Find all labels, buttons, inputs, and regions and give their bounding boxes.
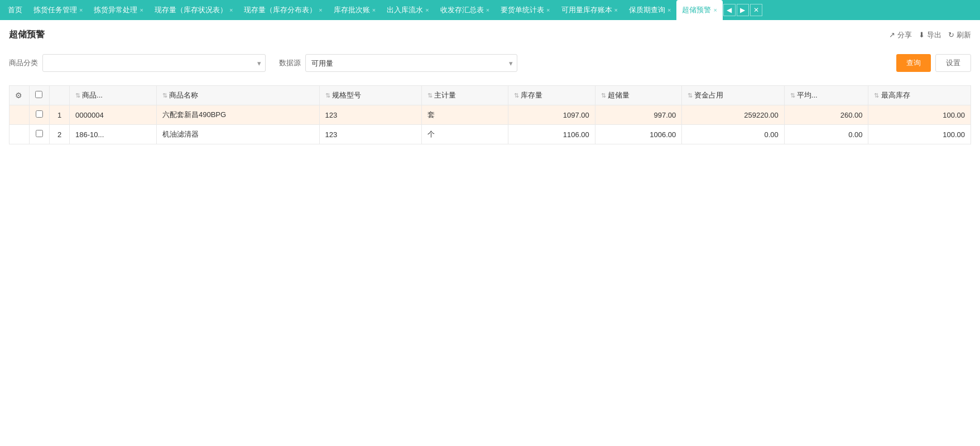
row1-capital: 259220.00 bbox=[682, 105, 784, 125]
export-icon: ⬇ bbox=[919, 31, 925, 39]
close-tab-available-stock[interactable]: × bbox=[614, 7, 618, 13]
top-nav: 首页 拣货任务管理 × 拣货异常处理 × 现存量（库存状况表） × 现存量（库存… bbox=[0, 0, 980, 20]
row2-checkbox-cell bbox=[30, 125, 50, 144]
close-tab-stock-batch[interactable]: × bbox=[372, 7, 376, 13]
row2-stock: 1106.00 bbox=[508, 125, 595, 144]
data-table: ⚙ 商品... 商品名称 规格型号 主计量 bbox=[9, 85, 971, 144]
nav-tab-stock-batch[interactable]: 库存批次账 × bbox=[328, 0, 381, 20]
header-actions: ↗ 分享 ⬇ 导出 ↻ 刷新 bbox=[889, 30, 971, 40]
row2-index: 2 bbox=[50, 125, 70, 144]
nav-tab-overstock-warning[interactable]: 超储预警 × bbox=[676, 0, 722, 20]
row1-checkbox-cell bbox=[30, 105, 50, 125]
row1-stock: 1097.00 bbox=[508, 105, 595, 125]
row2-avg: 0.00 bbox=[784, 125, 868, 144]
th-spec[interactable]: 规格型号 bbox=[319, 86, 421, 105]
nav-tab-home[interactable]: 首页 bbox=[2, 0, 28, 20]
close-tab-overstock-warning[interactable]: × bbox=[713, 7, 717, 13]
nav-tab-available-stock[interactable]: 可用量库存账本 × bbox=[556, 0, 623, 20]
close-tab-quality-check[interactable]: × bbox=[667, 7, 671, 13]
category-filter: 商品分类 bbox=[9, 54, 266, 72]
row1-checkbox[interactable] bbox=[36, 110, 43, 118]
row2-product-code: 186-10... bbox=[70, 125, 157, 144]
query-button[interactable]: 查询 bbox=[896, 54, 931, 72]
th-index bbox=[50, 86, 70, 105]
row1-settings-cell bbox=[9, 105, 30, 125]
row1-overstock: 997.00 bbox=[595, 105, 681, 125]
close-tab-order-stats[interactable]: × bbox=[546, 7, 550, 13]
row2-max-stock: 100.00 bbox=[868, 125, 971, 144]
select-all-checkbox[interactable] bbox=[35, 91, 42, 98]
th-avg[interactable]: 平均... bbox=[784, 86, 868, 105]
row2-capital: 0.00 bbox=[682, 125, 784, 144]
row2-overstock: 1006.00 bbox=[595, 125, 681, 144]
row1-avg: 260.00 bbox=[784, 105, 868, 125]
refresh-button[interactable]: ↻ 刷新 bbox=[948, 30, 971, 40]
table-row: 1 0000004 六配套新昌490BPG 123 套 1097.00 997.… bbox=[9, 105, 971, 125]
nav-arrow-right[interactable]: ▶ bbox=[737, 4, 749, 16]
nav-arrow-close[interactable]: ✕ bbox=[750, 4, 762, 16]
th-settings: ⚙ bbox=[9, 86, 30, 105]
share-icon: ↗ bbox=[889, 31, 895, 39]
nav-tab-stock-dist[interactable]: 现存量（库存分布表） × bbox=[238, 0, 328, 20]
table-body: 1 0000004 六配套新昌490BPG 123 套 1097.00 997.… bbox=[9, 105, 971, 144]
nav-tab-quality-check[interactable]: 保质期查询 × bbox=[623, 0, 676, 20]
row2-settings-cell bbox=[9, 125, 30, 144]
refresh-icon: ↻ bbox=[948, 31, 954, 39]
settings-icon[interactable]: ⚙ bbox=[15, 91, 22, 100]
close-tab-collect-summary[interactable]: × bbox=[486, 7, 489, 13]
close-tab-stock-dist[interactable]: × bbox=[319, 7, 322, 13]
row1-index: 1 bbox=[50, 105, 70, 125]
close-tab-stock-status[interactable]: × bbox=[229, 7, 233, 13]
nav-tab-task-mgmt[interactable]: 拣货任务管理 × bbox=[28, 0, 88, 20]
category-select[interactable] bbox=[42, 54, 266, 72]
nav-tab-order-stats[interactable]: 要货单统计表 × bbox=[495, 0, 555, 20]
nav-tab-inout-flow[interactable]: 出入库流水 × bbox=[381, 0, 434, 20]
row1-spec: 123 bbox=[319, 105, 421, 125]
page-header: 超储预警 ↗ 分享 ⬇ 导出 ↻ 刷新 bbox=[9, 29, 971, 41]
filter-actions: 查询 设置 bbox=[896, 54, 971, 72]
close-tab-task-mgmt[interactable]: × bbox=[79, 7, 83, 13]
nav-tab-collect-summary[interactable]: 收发存汇总表 × bbox=[435, 0, 495, 20]
datasource-filter: 数据源 可用量 库存量 bbox=[279, 54, 517, 72]
table-header-row: ⚙ 商品... 商品名称 规格型号 主计量 bbox=[9, 86, 971, 105]
th-product-name[interactable]: 商品名称 bbox=[157, 86, 320, 105]
row2-product-name: 机油滤清器 bbox=[157, 125, 320, 144]
th-product-code[interactable]: 商品... bbox=[70, 86, 157, 105]
nav-tab-stock-status[interactable]: 现存量（库存状况表） × bbox=[149, 0, 238, 20]
row1-max-stock: 100.00 bbox=[868, 105, 971, 125]
nav-arrow-left[interactable]: ◀ bbox=[723, 4, 736, 16]
datasource-label: 数据源 bbox=[279, 58, 301, 68]
share-button[interactable]: ↗ 分享 bbox=[889, 30, 912, 40]
filter-bar: 商品分类 数据源 可用量 库存量 查询 设置 bbox=[9, 50, 971, 76]
th-checkbox bbox=[30, 86, 50, 105]
datasource-select-wrapper: 可用量 库存量 bbox=[305, 54, 517, 72]
row1-unit: 套 bbox=[421, 105, 508, 125]
th-stock[interactable]: 库存量 bbox=[508, 86, 595, 105]
row2-spec: 123 bbox=[319, 125, 421, 144]
row2-checkbox[interactable] bbox=[36, 130, 43, 137]
row2-unit: 个 bbox=[421, 125, 508, 144]
row1-product-code: 0000004 bbox=[70, 105, 157, 125]
th-unit[interactable]: 主计量 bbox=[421, 86, 508, 105]
close-tab-inout-flow[interactable]: × bbox=[425, 7, 429, 13]
th-overstock[interactable]: 超储量 bbox=[595, 86, 681, 105]
row1-product-name: 六配套新昌490BPG bbox=[157, 105, 320, 125]
th-capital[interactable]: 资金占用 bbox=[682, 86, 784, 105]
table-row: 2 186-10... 机油滤清器 123 个 1106.00 1006.00 … bbox=[9, 125, 971, 144]
page-title: 超储预警 bbox=[9, 29, 45, 41]
export-button[interactable]: ⬇ 导出 bbox=[919, 30, 941, 40]
close-tab-abnormal[interactable]: × bbox=[140, 7, 143, 13]
th-max-stock[interactable]: 最高库存 bbox=[868, 86, 971, 105]
datasource-select[interactable]: 可用量 库存量 bbox=[305, 54, 517, 72]
table-header: ⚙ 商品... 商品名称 规格型号 主计量 bbox=[9, 86, 971, 105]
page-content: 超储预警 ↗ 分享 ⬇ 导出 ↻ 刷新 商品分类 bbox=[0, 20, 980, 446]
category-select-wrapper bbox=[42, 54, 266, 72]
settings-button[interactable]: 设置 bbox=[935, 54, 971, 72]
category-label: 商品分类 bbox=[9, 58, 38, 68]
nav-tab-abnormal[interactable]: 拣货异常处理 × bbox=[88, 0, 148, 20]
